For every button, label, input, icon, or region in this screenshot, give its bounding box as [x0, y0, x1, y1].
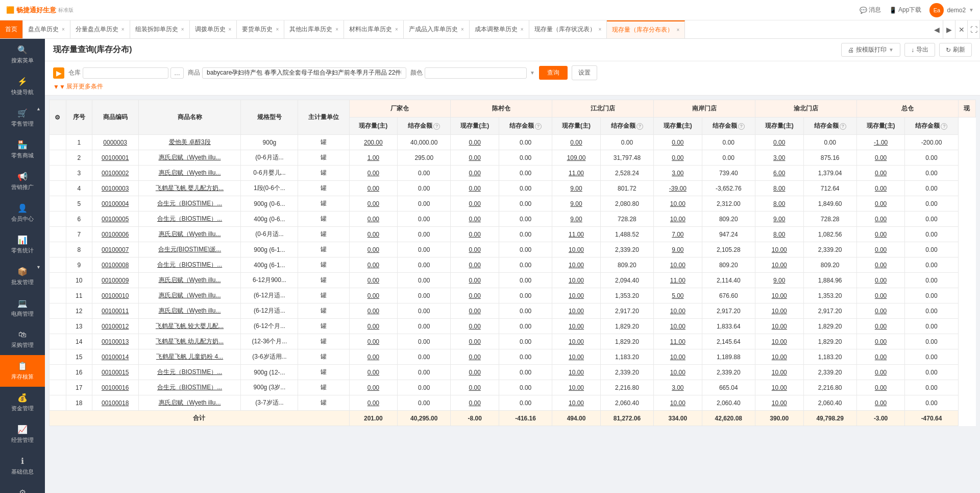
cell-name[interactable]: 合生元（BIOSTIME）... — [138, 196, 241, 212]
sidebar-item-basicinfo[interactable]: ℹ 基础信息 — [0, 450, 45, 482]
cell-yuebei-stock[interactable]: 10.00 — [755, 303, 803, 319]
cell-total-stock[interactable]: 0.00 — [856, 150, 905, 166]
tab-material-outbound[interactable]: 材料出库单历史 × — [344, 20, 404, 39]
tab-split-inventory[interactable]: 分量盘点单历史 × — [70, 20, 130, 39]
tab-close-stock-status[interactable]: × — [599, 27, 602, 32]
cell-nanan-stock[interactable]: 10.00 — [654, 257, 702, 273]
cell-total-stock[interactable]: 0.00 — [856, 227, 905, 242]
tab-close-other-outbound[interactable]: × — [335, 27, 338, 32]
cell-nanan-stock[interactable]: 11.00 — [654, 273, 702, 288]
cell-chenlu-stock[interactable]: 0.00 — [451, 349, 499, 365]
col-gear[interactable]: ⚙ — [50, 100, 66, 135]
cell-code[interactable]: 00100011 — [92, 303, 138, 319]
cell-code[interactable]: 00100010 — [92, 288, 138, 303]
cell-yuebei-stock[interactable]: 10.00 — [755, 365, 803, 380]
cell-code[interactable]: 00100018 — [92, 395, 138, 411]
cell-chenlu-stock[interactable]: 0.00 — [451, 334, 499, 349]
cell-jiangbei-stock[interactable]: 9.00 — [552, 212, 601, 227]
cell-total-stock[interactable]: 0.00 — [856, 273, 905, 288]
sidebar-item-finance[interactable]: 💰 资金管理 — [0, 387, 45, 418]
cell-chenlu-stock[interactable]: 0.00 — [451, 166, 499, 181]
cell-chenlu-stock[interactable]: 0.00 — [451, 380, 499, 395]
tab-close-finished-inbound[interactable]: × — [461, 27, 464, 32]
expand-filter-btn[interactable]: ▼▼ 展开更多条件 — [53, 82, 972, 91]
tab-home[interactable]: 首页 — [0, 20, 23, 39]
cell-name[interactable]: 惠氏启赋（Wyeth illu... — [138, 395, 241, 411]
cell-code[interactable]: 00100004 — [92, 196, 138, 212]
cell-yuebei-stock[interactable]: 10.00 — [755, 334, 803, 349]
cell-factory-stock[interactable]: 0.00 — [349, 380, 398, 395]
cell-yuebei-stock[interactable]: 10.00 — [755, 288, 803, 303]
cell-total-stock[interactable]: 0.00 — [856, 288, 905, 303]
cell-name[interactable]: 爱他美 卓醇3段 — [138, 135, 241, 150]
cell-nanan-stock[interactable]: 3.00 — [654, 380, 702, 395]
color-input[interactable] — [425, 67, 527, 79]
cell-name[interactable]: 合生元（BIOSTIME）... — [138, 212, 241, 227]
cell-jiangbei-stock[interactable]: 10.00 — [552, 288, 601, 303]
cell-code[interactable]: 00100003 — [92, 181, 138, 196]
message-btn[interactable]: 💬 消息 — [860, 6, 881, 14]
tab-assembly[interactable]: 组装拆卸单历史 × — [130, 20, 190, 39]
cell-chenlu-stock[interactable]: 0.00 — [451, 242, 499, 257]
cell-name[interactable]: 飞鹤星飞帆 幼儿配方奶... — [138, 334, 241, 349]
factory-amount-info[interactable]: ? — [433, 123, 440, 130]
tab-close-cost-adjust[interactable]: × — [521, 27, 524, 32]
tab-order[interactable]: 要货单历史 × — [237, 20, 284, 39]
cell-code[interactable]: 00100009 — [92, 273, 138, 288]
cell-name[interactable]: 惠氏启赋（Wyeth illu... — [138, 166, 241, 181]
setting-btn[interactable]: 设置 — [572, 65, 597, 80]
warehouse-input[interactable] — [83, 67, 168, 79]
tab-close-split-inventory[interactable]: × — [121, 27, 125, 32]
cell-factory-stock[interactable]: 0.00 — [349, 181, 398, 196]
cell-code[interactable]: 00100013 — [92, 334, 138, 349]
cell-name[interactable]: 惠氏启赋（Wyeth illu... — [138, 303, 241, 319]
tab-finished-inbound[interactable]: 产成品入库单历史 × — [404, 20, 470, 39]
sidebar-item-retail-mgmt[interactable]: 🛒 零售管理 ▲ — [0, 102, 45, 134]
cell-chenlu-stock[interactable]: 0.00 — [451, 135, 499, 150]
cell-yuebei-stock[interactable]: 9.00 — [755, 212, 803, 227]
cell-factory-stock[interactable]: 0.00 — [349, 349, 398, 365]
cell-total-stock[interactable]: 0.00 — [856, 242, 905, 257]
cell-yuebei-stock[interactable]: 8.00 — [755, 181, 803, 196]
cell-total-stock[interactable]: 0.00 — [856, 395, 905, 411]
cell-chenlu-stock[interactable]: 0.00 — [451, 181, 499, 196]
cell-factory-stock[interactable]: 200.00 — [349, 135, 398, 150]
cell-nanan-stock[interactable]: -39.00 — [654, 181, 702, 196]
cell-factory-stock[interactable]: 0.00 — [349, 365, 398, 380]
cell-nanan-stock[interactable]: 0.00 — [654, 150, 702, 166]
cell-code[interactable]: 0000003 — [92, 135, 138, 150]
tab-stock-status[interactable]: 现存量（库存状况表） × — [529, 20, 607, 39]
cell-chenlu-stock[interactable]: 0.00 — [451, 196, 499, 212]
cell-name[interactable]: 合生元（BIOSTIME）... — [138, 365, 241, 380]
cell-jiangbei-stock[interactable]: 10.00 — [552, 365, 601, 380]
cell-yuebei-stock[interactable]: 6.00 — [755, 166, 803, 181]
cell-jiangbei-stock[interactable]: 10.00 — [552, 349, 601, 365]
cell-factory-stock[interactable]: 0.00 — [349, 242, 398, 257]
cell-jiangbei-stock[interactable]: 10.00 — [552, 395, 601, 411]
cell-code[interactable]: 00100006 — [92, 227, 138, 242]
cell-jiangbei-stock[interactable]: 11.00 — [552, 227, 601, 242]
tab-other-outbound[interactable]: 其他出库单历史 × — [284, 20, 344, 39]
cell-yuebei-stock[interactable]: 3.00 — [755, 150, 803, 166]
cell-jiangbei-stock[interactable]: 9.00 — [552, 181, 601, 196]
sidebar-item-inventory[interactable]: 📋 库存核算 — [0, 355, 45, 387]
cell-code[interactable]: 00100001 — [92, 150, 138, 166]
cell-total-stock[interactable]: 0.00 — [856, 196, 905, 212]
cell-name[interactable]: 合生元（BIOSTIME）... — [138, 380, 241, 395]
cell-yuebei-stock[interactable]: 10.00 — [755, 319, 803, 334]
cell-name[interactable]: 惠氏启赋（Wyeth illu... — [138, 288, 241, 303]
cell-yuebei-stock[interactable]: 10.00 — [755, 257, 803, 273]
cell-yuebei-stock[interactable]: 10.00 — [755, 395, 803, 411]
tab-close-assembly[interactable]: × — [181, 27, 184, 32]
cell-yuebei-stock[interactable]: 10.00 — [755, 349, 803, 365]
cell-name[interactable]: 飞鹤星飞帆 儿童奶粉 4... — [138, 349, 241, 365]
cell-code[interactable]: 00100014 — [92, 349, 138, 365]
cell-total-stock[interactable]: 0.00 — [856, 212, 905, 227]
cell-factory-stock[interactable]: 0.00 — [349, 257, 398, 273]
cell-nanan-stock[interactable]: 10.00 — [654, 349, 702, 365]
cell-chenlu-stock[interactable]: 0.00 — [451, 319, 499, 334]
warehouse-ellipsis-btn[interactable]: … — [170, 67, 184, 79]
cell-factory-stock[interactable]: 0.00 — [349, 319, 398, 334]
cell-factory-stock[interactable]: 0.00 — [349, 212, 398, 227]
cell-jiangbei-stock[interactable]: 10.00 — [552, 334, 601, 349]
